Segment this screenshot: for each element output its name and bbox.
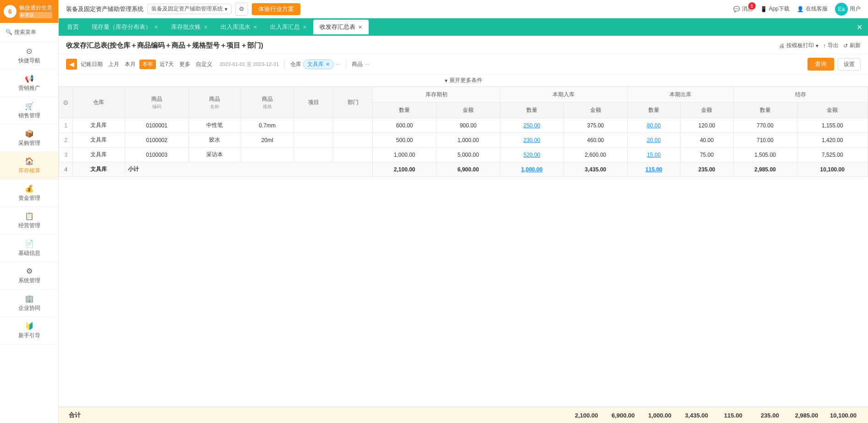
tab-home[interactable]: 首页 — [61, 20, 85, 34]
sidebar-item-finance[interactable]: 💰 资金管理 — [0, 180, 58, 207]
sidebar-item-label-guide: 新手引导 — [18, 332, 40, 340]
tab-batch-account-close[interactable]: ✕ — [204, 24, 208, 30]
tab-inout-summary-close[interactable]: ✕ — [303, 24, 307, 30]
tab-recv-send-summary-close[interactable]: ✕ — [358, 24, 362, 30]
row-1-in-qty[interactable]: 250.00 — [500, 118, 564, 133]
sidebar-item-system[interactable]: ⚙ 系统管理 — [0, 262, 58, 290]
row-2-goods-spec: 20ml — [241, 133, 294, 148]
row-1-goods-spec: 0.7mm — [241, 118, 294, 133]
sidebar-item-base-info[interactable]: 📄 基础信息 — [0, 235, 58, 262]
trial-button[interactable]: 体验行业方案 — [252, 3, 300, 15]
sidebar-item-purchase[interactable]: 📦 采购管理 — [0, 125, 58, 152]
message-icon: 💬 — [733, 6, 740, 12]
filter-toggle-button[interactable]: ◀ — [66, 59, 77, 70]
tabbar-close-all[interactable]: ✕ — [853, 23, 866, 32]
date-btn-7days[interactable]: 近7天 — [158, 60, 176, 69]
page-title: 收发存汇总表(按仓库＋商品编码＋商品＋规格型号＋项目＋部门) — [66, 41, 263, 50]
sidebar-item-operations[interactable]: 📋 经营管理 — [0, 207, 58, 235]
col-project-header: 项目 — [294, 87, 333, 118]
refresh-icon: ↺ — [843, 43, 848, 49]
system-icon: ⚙ — [26, 267, 33, 275]
date-btn-custom[interactable]: 自定义 — [194, 60, 214, 69]
chevron-down-icon: ▾ — [816, 43, 818, 49]
col-goods-spec-header: 商品规格 — [241, 87, 294, 118]
row-2-warehouse: 文具库 — [73, 133, 125, 148]
query-button[interactable]: 查询 — [807, 58, 834, 71]
system-title: 装备及固定资产辅助管理系统 — [66, 5, 144, 13]
table-row: 2 文具库 0100002 胶水 20ml 500.00 1,000.00 23… — [59, 133, 868, 148]
topbar-right: 💬 消息 6 📱 App下载 👤 在线客服 Ea 用户 — [733, 3, 861, 16]
search-menu-button[interactable]: 🔍 搜索菜单 — [4, 27, 55, 38]
tab-batch-account[interactable]: 库存批次账 ✕ — [165, 20, 214, 34]
sidebar-item-guide[interactable]: 🔰 新手引导 — [0, 317, 58, 345]
sidebar-item-quick-nav[interactable]: ⊙ 快捷导航 — [0, 42, 58, 70]
tab-inout-summary[interactable]: 出入库汇总 ✕ — [264, 20, 313, 34]
expand-more-button[interactable]: ▾ 展开更多条件 — [445, 77, 482, 84]
tab-inout-flow[interactable]: 出入库流水 ✕ — [214, 20, 264, 34]
marketing-icon: 📢 — [25, 74, 34, 83]
row-2-in-qty[interactable]: 230.00 — [500, 133, 564, 148]
date-btn-this-year[interactable]: 本年 — [139, 60, 156, 69]
refresh-button[interactable]: ↺ 刷新 — [843, 42, 861, 49]
row-3-in-amt: 2,600.00 — [564, 148, 627, 162]
table-row: 3 文具库 0100003 采访本 1,000.00 5,000.00 520.… — [59, 148, 868, 162]
row-2-out-qty[interactable]: 20.00 — [627, 133, 680, 148]
subtotal-out-qty[interactable]: 115.00 — [627, 162, 680, 177]
topbar-left: 装备及固定资产辅助管理系统 装备及固定资产辅助管理系统 ▾ ⚙ 体验行业方案 — [66, 3, 300, 16]
goods-filter-ellipsis[interactable]: ··· — [365, 61, 369, 67]
date-btn-last-month[interactable]: 上月 — [106, 60, 121, 69]
page-area: 收发存汇总表(按仓库＋商品编码＋商品＋规格型号＋项目＋部门) 🖨 按模板打印 ▾… — [59, 36, 868, 423]
online-service-action[interactable]: 👤 在线客服 — [797, 5, 828, 13]
tab-recv-send-summary[interactable]: 收发存汇总表 ✕ — [313, 20, 369, 34]
row-1-out-qty[interactable]: 80.00 — [627, 118, 680, 133]
sidebar-item-enterprise[interactable]: 🏢 企业协同 — [0, 290, 58, 317]
row-1-close-amt: 1,155.00 — [797, 118, 868, 133]
sidebar-item-marketing[interactable]: 📢 营销推广 — [0, 70, 58, 97]
row-3-in-qty[interactable]: 520.00 — [500, 148, 564, 162]
subtotal-in-amt: 3,435.00 — [564, 162, 627, 177]
row-1-open-amt: 900.00 — [437, 118, 500, 133]
message-action[interactable]: 💬 消息 6 — [733, 5, 753, 13]
sidebar: 6 畅捷通好生意 标准版 🔍 搜索菜单 ⊙ 快捷导航 📢 营销推广 🛒 销售管理… — [0, 0, 59, 423]
search-icon: 🔍 — [6, 29, 12, 35]
finance-icon: 💰 — [25, 184, 34, 193]
total-close-amt: 10,100.00 — [825, 412, 862, 419]
purchase-icon: 📦 — [25, 129, 34, 138]
tab-inout-flow-close[interactable]: ✕ — [253, 24, 257, 30]
logo-text-group: 畅捷通好生意 标准版 — [19, 5, 52, 18]
tab-inventory-dist[interactable]: 现存量（库存分布表） ✕ — [85, 20, 165, 34]
col-settings[interactable]: ⚙ — [59, 87, 73, 118]
tab-inventory-dist-close[interactable]: ✕ — [154, 24, 158, 30]
subtotal-in-qty[interactable]: 1,000.00 — [500, 162, 564, 177]
gear-icon: ⚙ — [239, 5, 244, 12]
table-settings-icon[interactable]: ⚙ — [63, 99, 69, 106]
date-btn-this-month[interactable]: 本月 — [123, 60, 138, 69]
app-download-action[interactable]: 📱 App下载 — [760, 5, 790, 13]
operations-icon: 📋 — [25, 212, 34, 220]
search-menu-label: 搜索菜单 — [14, 28, 36, 36]
enterprise-icon: 🏢 — [25, 294, 34, 303]
sidebar-item-inventory[interactable]: 🏠 库存核算 — [0, 152, 58, 180]
system-selector[interactable]: 装备及固定资产辅助管理系统 ▾ — [147, 4, 232, 14]
print-button[interactable]: 🖨 按模板打印 ▾ — [779, 42, 818, 49]
logo-name: 畅捷通好生意 — [19, 5, 52, 12]
warehouse-tag-close[interactable]: ✕ — [326, 61, 330, 67]
export-button[interactable]: ↑ 导出 — [823, 42, 839, 49]
sidebar-item-label-system: 系统管理 — [18, 277, 40, 285]
user-action[interactable]: Ea 用户 — [835, 3, 861, 16]
col-opening-header: 库存期初 — [373, 87, 500, 103]
warehouse-filter-ellipsis[interactable]: ··· — [336, 61, 340, 67]
tab-batch-account-label: 库存批次账 — [171, 23, 201, 31]
settings-button[interactable]: 设置 — [838, 58, 861, 71]
main-content: 装备及固定资产辅助管理系统 装备及固定资产辅助管理系统 ▾ ⚙ 体验行业方案 💬… — [59, 0, 868, 423]
settings-button[interactable]: ⚙ — [235, 3, 248, 16]
row-3-warehouse: 文具库 — [73, 148, 125, 162]
row-3-out-qty[interactable]: 15.00 — [627, 148, 680, 162]
sidebar-item-sales[interactable]: 🛒 销售管理 — [0, 97, 58, 125]
date-btn-more[interactable]: 更多 — [177, 60, 192, 69]
warehouse-filter-label: 仓库 — [290, 60, 301, 68]
row-3-num: 3 — [59, 148, 73, 162]
row-2-department — [333, 133, 373, 148]
sidebar-logo[interactable]: 6 畅捷通好生意 标准版 — [0, 0, 58, 23]
sidebar-search-area: 🔍 搜索菜单 — [0, 23, 58, 42]
